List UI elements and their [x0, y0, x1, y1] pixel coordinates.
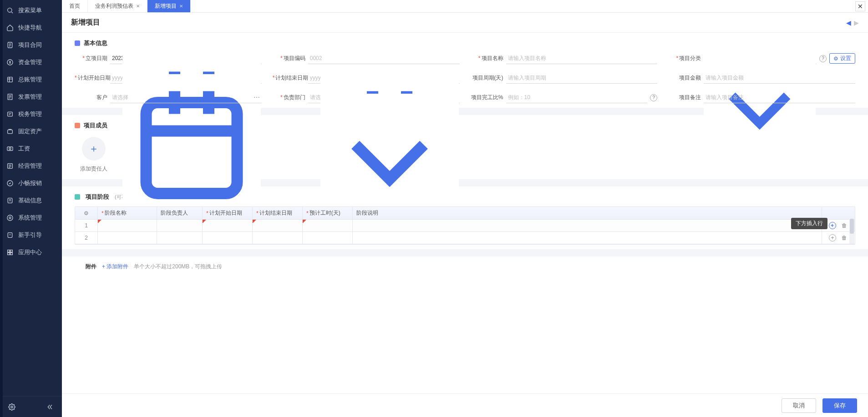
- svg-rect-21: [146, 103, 237, 194]
- cell-name[interactable]: [98, 232, 157, 244]
- field-create_date: *立项日期: [75, 53, 262, 64]
- col-hours: *预计工时(天): [303, 207, 353, 219]
- add-attachment-button[interactable]: + 添加附件: [102, 263, 128, 271]
- amount-input[interactable]: [704, 72, 855, 84]
- insert-row-tooltip: 下方插入行: [791, 218, 827, 229]
- table-scrollbar[interactable]: [849, 219, 854, 244]
- field-label: *项目分类: [668, 55, 704, 62]
- sidebar-item-label: 系统管理: [18, 214, 42, 222]
- col-name: *阶段名称: [98, 207, 157, 219]
- sidebar-item-apps[interactable]: 应用中心: [0, 244, 62, 261]
- tax-icon: [6, 111, 14, 118]
- cell-owner[interactable]: [157, 232, 203, 244]
- table-row[interactable]: 2 + 🗑: [75, 232, 855, 244]
- section-badge-icon: [75, 40, 80, 46]
- svg-point-8: [9, 148, 11, 150]
- project_code-input[interactable]: [308, 53, 460, 64]
- guide-icon: [6, 231, 14, 239]
- field-period: 项目周期(天): [471, 72, 658, 84]
- sidebar-item-system[interactable]: 系统管理: [0, 209, 62, 226]
- sidebar-item-manage[interactable]: 经营管理: [0, 157, 62, 175]
- chevron-down-icon[interactable]: [704, 55, 816, 166]
- ledger-icon: [6, 76, 14, 83]
- salary-icon: [6, 145, 14, 152]
- collapse-icon[interactable]: [46, 403, 54, 411]
- gear-icon: ⚙: [84, 210, 89, 216]
- remark-input[interactable]: [704, 92, 855, 103]
- sidebar-item-label: 快捷导航: [18, 24, 42, 32]
- field-label: *负责部门: [273, 94, 308, 101]
- cell-desc[interactable]: [353, 220, 822, 231]
- apps-icon: [6, 249, 14, 256]
- tab-close-icon[interactable]: ✕: [136, 4, 140, 9]
- section-title: 基本信息: [84, 39, 107, 47]
- gear-icon[interactable]: [8, 403, 15, 411]
- cell-name[interactable]: [98, 220, 157, 231]
- field-dept: *负责部门: [273, 92, 460, 103]
- sidebar-item-money[interactable]: 资金管理: [0, 54, 62, 71]
- tab-close-icon[interactable]: ✕: [179, 4, 183, 9]
- sidebar-item-tax[interactable]: 税务管理: [0, 106, 62, 123]
- sidebar-item-salary[interactable]: 工资: [0, 140, 62, 157]
- help-icon[interactable]: ?: [819, 55, 827, 62]
- cell-start[interactable]: [203, 220, 253, 231]
- col-owner: 阶段负责人: [157, 207, 203, 219]
- next-arrow-icon[interactable]: ▶: [854, 19, 859, 26]
- sidebar-item-search[interactable]: 搜索菜单: [0, 2, 62, 19]
- period-input[interactable]: [506, 72, 658, 84]
- tab-label: 新增项目: [155, 2, 177, 10]
- svg-rect-5: [8, 112, 13, 116]
- delete-row-icon[interactable]: 🗑: [841, 222, 848, 229]
- field-amount: 项目金额: [668, 72, 855, 84]
- sidebar-item-info[interactable]: 基础信息: [0, 192, 62, 209]
- sidebar-item-reimburse[interactable]: 小畅报销: [0, 175, 62, 192]
- cancel-button[interactable]: 取消: [782, 398, 816, 413]
- cell-end[interactable]: [253, 220, 303, 231]
- sidebar-footer: [0, 396, 62, 417]
- cell-hours[interactable]: [303, 232, 353, 244]
- section-basic-info: 基本信息 *立项日期*项目编码*项目名称*项目分类?⚙设置*计划开始日期*计划结…: [62, 33, 868, 108]
- field-label: *项目名称: [471, 55, 506, 62]
- sidebar-item-asset[interactable]: 固定资产: [0, 123, 62, 140]
- progress-input[interactable]: [506, 92, 648, 103]
- help-icon[interactable]: ?: [650, 94, 657, 101]
- tab-业务利润预估表[interactable]: 业务利润预估表✕: [88, 0, 147, 12]
- cell-hours[interactable]: [303, 220, 353, 231]
- svg-rect-3: [8, 77, 13, 82]
- invoice-icon: [6, 93, 14, 100]
- sidebar-item-label: 经营管理: [18, 162, 42, 170]
- field-project_name: *项目名称: [471, 53, 658, 64]
- table-row[interactable]: 1 + 🗑 下方插入行: [75, 220, 855, 232]
- footer-actions: 取消 保存: [62, 393, 868, 417]
- field-label: 项目周期(天): [471, 74, 506, 82]
- sidebar-item-label: 总账管理: [18, 75, 42, 84]
- col-end: *计划结束日期: [253, 207, 303, 219]
- add-owner-button[interactable]: ＋ 添加责任人: [80, 137, 107, 173]
- cell-start[interactable]: [203, 232, 253, 244]
- sidebar-item-doc[interactable]: 项目合同: [0, 36, 62, 54]
- content-scroll[interactable]: 基本信息 *立项日期*项目编码*项目名称*项目分类?⚙设置*计划开始日期*计划结…: [62, 33, 868, 393]
- sidebar-item-home[interactable]: 快捷导航: [0, 19, 62, 36]
- sidebar-item-ledger[interactable]: 总账管理: [0, 71, 62, 88]
- settings-button[interactable]: ⚙设置: [829, 53, 855, 64]
- sidebar-item-guide[interactable]: 新手引导: [0, 226, 62, 244]
- svg-point-19: [11, 406, 13, 408]
- project_name-input[interactable]: [506, 53, 658, 64]
- cell-desc[interactable]: [353, 232, 822, 244]
- insert-row-icon[interactable]: +: [829, 234, 836, 241]
- svg-point-13: [7, 215, 13, 221]
- sidebar-item-invoice[interactable]: 发票管理: [0, 88, 62, 106]
- tab-新增项目[interactable]: 新增项目✕: [147, 0, 191, 12]
- delete-row-icon[interactable]: 🗑: [841, 234, 848, 241]
- insert-row-icon[interactable]: +: [829, 222, 836, 229]
- customer-input[interactable]: [110, 92, 262, 103]
- cell-end[interactable]: [253, 232, 303, 244]
- sidebar-item-label: 基础信息: [18, 196, 42, 205]
- prev-arrow-icon[interactable]: ◀: [846, 19, 851, 26]
- tab-首页[interactable]: 首页: [62, 0, 88, 12]
- close-icon[interactable]: ✕: [855, 1, 865, 11]
- cell-owner[interactable]: [157, 220, 203, 231]
- col-gear[interactable]: ⚙: [75, 207, 98, 219]
- more-icon[interactable]: ⋯: [253, 94, 261, 101]
- save-button[interactable]: 保存: [822, 398, 857, 413]
